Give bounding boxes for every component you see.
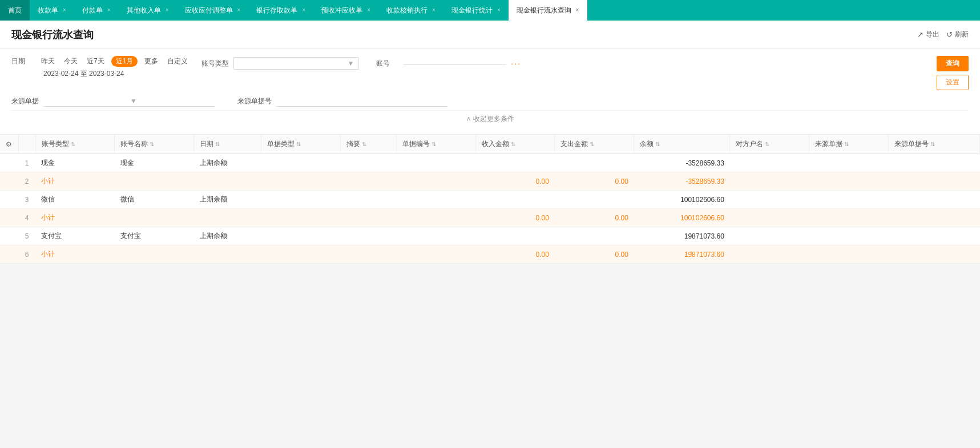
nav-tab-其他收入单[interactable]: 其他收入单× xyxy=(119,0,177,21)
sort-icon-source_doc: ⇅ xyxy=(844,141,849,147)
collapse-bar[interactable]: ∧ 收起更多条件 xyxy=(11,110,969,127)
cell-summary xyxy=(341,227,396,245)
col-header-source_doc[interactable]: 来源单据⇅ xyxy=(809,135,889,154)
row-gear xyxy=(0,209,18,227)
col-header-doc_no[interactable]: 单据编号⇅ xyxy=(396,135,475,154)
date-option-更多[interactable]: 更多 xyxy=(142,56,160,67)
sort-icon-doc_no: ⇅ xyxy=(431,141,436,147)
date-option-昨天[interactable]: 昨天 xyxy=(39,56,57,67)
source-doc-no-filter: 来源单据号 xyxy=(237,96,447,107)
cell-source_doc xyxy=(809,209,889,227)
cell-income xyxy=(475,227,555,245)
cell-counterparty xyxy=(730,191,809,209)
date-option-近1月[interactable]: 近1月 xyxy=(111,56,138,67)
nav-tab-close[interactable]: × xyxy=(432,0,435,21)
col-header-counterparty[interactable]: 对方户名⇅ xyxy=(730,135,809,154)
nav-tab-银行存取款单[interactable]: 银行存取款单× xyxy=(248,0,313,21)
nav-tab-close[interactable]: × xyxy=(107,0,111,21)
date-option-自定义[interactable]: 自定义 xyxy=(165,56,190,67)
table-row: 5支付宝支付宝上期余额19871073.60 xyxy=(0,227,980,245)
cell-account_name xyxy=(115,245,194,264)
cell-date: 上期余额 xyxy=(194,191,261,209)
nav-tab-close[interactable]: × xyxy=(237,0,241,21)
cell-source_doc_no xyxy=(889,154,980,172)
cell-income: 0.00 xyxy=(475,172,555,191)
account-dots-btn[interactable]: ··· xyxy=(511,59,521,68)
cell-doc_type xyxy=(261,154,341,172)
nav-tab-应收应付调整单[interactable]: 应收应付调整单× xyxy=(177,0,249,21)
cell-balance: 19871073.60 xyxy=(634,227,730,245)
nav-tab-close[interactable]: × xyxy=(302,0,305,21)
cell-account_type: 小计 xyxy=(35,172,115,191)
nav-tab-收款单[interactable]: 收款单× xyxy=(30,0,74,21)
row-number: 2 xyxy=(18,172,35,191)
nav-tab-close[interactable]: × xyxy=(63,0,66,21)
col-header-row[interactable] xyxy=(18,135,35,154)
table-row: 3微信微信上期余额100102606.60 xyxy=(0,191,980,209)
cell-counterparty xyxy=(730,172,809,191)
table-row: 4小计0.000.00100102606.60 xyxy=(0,209,980,227)
date-option-今天[interactable]: 今天 xyxy=(62,56,80,67)
col-header-gear[interactable]: ⚙ xyxy=(0,135,18,154)
sort-icon-doc_type: ⇅ xyxy=(296,141,301,147)
row-number: 5 xyxy=(18,227,35,245)
col-header-expense[interactable]: 支出金额⇅ xyxy=(555,135,634,154)
source-doc-no-label: 来源单据号 xyxy=(237,96,272,106)
nav-tab-close[interactable]: × xyxy=(166,0,169,21)
cell-summary xyxy=(341,172,396,191)
cell-counterparty xyxy=(730,209,809,227)
query-button[interactable]: 查询 xyxy=(937,56,969,71)
account-label: 账号 xyxy=(376,59,399,68)
row-gear xyxy=(0,154,18,172)
date-option-近7天[interactable]: 近7天 xyxy=(84,56,107,67)
sort-icon-source_doc_no: ⇅ xyxy=(930,141,935,147)
source-doc-no-input[interactable] xyxy=(276,96,447,107)
sort-icon-balance: ⇅ xyxy=(655,141,660,147)
nav-tab-label: 现金银行流水查询 xyxy=(517,0,571,21)
settings-button[interactable]: 设置 xyxy=(937,75,969,90)
col-header-account_name[interactable]: 账号名称⇅ xyxy=(115,135,194,154)
nav-tab-现金银行流水查询[interactable]: 现金银行流水查询× xyxy=(509,0,587,21)
nav-tab-close[interactable]: × xyxy=(367,0,370,21)
row-number: 4 xyxy=(18,209,35,227)
cell-doc_type xyxy=(261,191,341,209)
source-doc-filter: 来源单据 ▼ xyxy=(11,96,215,107)
row-number: 1 xyxy=(18,154,35,172)
col-header-date[interactable]: 日期⇅ xyxy=(194,135,261,154)
account-type-filter: 账号类型 ▼ xyxy=(201,57,359,70)
cell-source_doc xyxy=(809,191,889,209)
export-button[interactable]: ↗ 导出 xyxy=(917,30,939,39)
row-gear xyxy=(0,227,18,245)
nav-tab-label: 收款核销执行 xyxy=(386,0,428,21)
col-header-account_type[interactable]: 账号类型⇅ xyxy=(35,135,115,154)
nav-tab-label: 其他收入单 xyxy=(127,0,161,21)
nav-tab-收款核销执行[interactable]: 收款核销执行× xyxy=(378,0,443,21)
col-header-doc_type[interactable]: 单据类型⇅ xyxy=(261,135,341,154)
cell-account_type: 小计 xyxy=(35,245,115,264)
cell-summary xyxy=(341,245,396,264)
col-header-balance[interactable]: 余额⇅ xyxy=(634,135,730,154)
export-icon: ↗ xyxy=(917,30,923,39)
col-header-income[interactable]: 收入金额⇅ xyxy=(475,135,555,154)
refresh-button[interactable]: ↺ 刷新 xyxy=(946,30,969,39)
source-doc-select[interactable]: ▼ xyxy=(43,96,215,107)
nav-tab-close[interactable]: × xyxy=(576,0,579,21)
sort-icon-account_type: ⇅ xyxy=(71,141,75,147)
nav-tab-label: 现金银行统计 xyxy=(451,0,493,21)
col-header-summary[interactable]: 摘要⇅ xyxy=(341,135,396,154)
nav-tab-label: 应收应付调整单 xyxy=(185,0,233,21)
nav-tab-现金银行统计[interactable]: 现金银行统计× xyxy=(443,0,509,21)
col-header-source_doc_no[interactable]: 来源单据号⇅ xyxy=(889,135,980,154)
nav-tab-close[interactable]: × xyxy=(497,0,501,21)
cell-account_name xyxy=(115,172,194,191)
account-type-select[interactable]: ▼ xyxy=(233,57,359,70)
nav-home[interactable]: 首页 xyxy=(0,0,30,21)
cell-account_type: 小计 xyxy=(35,209,115,227)
cell-source_doc xyxy=(809,245,889,264)
filter-buttons: 查询 设置 xyxy=(937,56,969,90)
nav-tab-预收冲应收单[interactable]: 预收冲应收单× xyxy=(313,0,378,21)
nav-tab-付款单[interactable]: 付款单× xyxy=(74,0,119,21)
account-input[interactable] xyxy=(404,62,506,65)
cell-account_type: 微信 xyxy=(35,191,115,209)
cell-doc_no xyxy=(396,154,475,172)
